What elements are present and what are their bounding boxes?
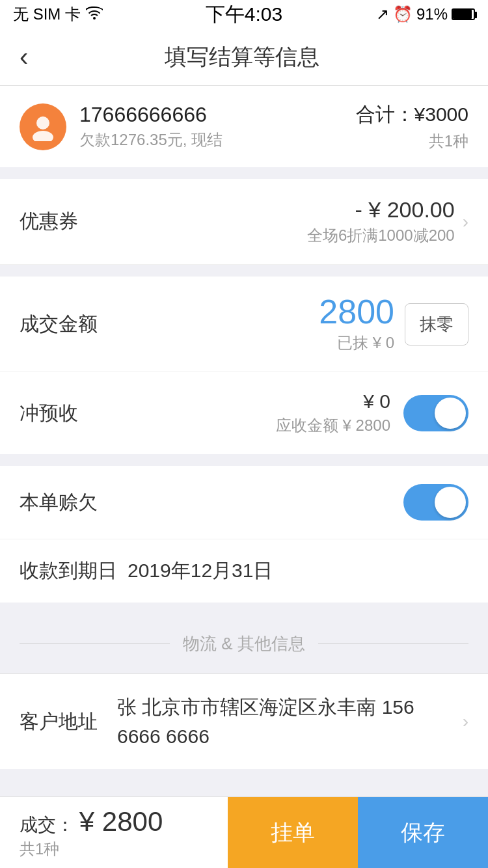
deal-label: 成交金额	[20, 311, 319, 338]
alarm-icon: ⏰	[393, 5, 413, 23]
user-phone: 17666666666	[79, 103, 356, 127]
debt-label: 本单赊欠	[20, 489, 403, 516]
due-date-label: 收款到期日	[20, 558, 117, 584]
deal-amount-row: 成交金额 2800 已抹 ¥ 0 抹零	[0, 277, 488, 372]
toggle-knob	[435, 398, 466, 429]
divider-3	[0, 454, 488, 466]
round-zero-button[interactable]: 抹零	[405, 303, 468, 346]
address-row[interactable]: 客户地址 张 北京市市辖区海淀区永丰南 156 6666 6666 ›	[0, 674, 488, 769]
debt-row: 本单赊欠	[0, 466, 488, 539]
status-bar: 无 SIM 卡 下午4:03 ↗ ⏰ 91%	[0, 0, 488, 29]
status-right: ↗ ⏰ 91%	[376, 5, 475, 23]
coupon-right: - ¥ 200.00 全场6折满1000减200	[307, 197, 455, 246]
coupon-desc: 全场6折满1000减200	[307, 225, 455, 246]
logistics-line-left	[20, 644, 170, 644]
avatar	[20, 103, 66, 150]
debt-toggle-knob	[435, 487, 466, 518]
bottom-deal-label: 成交：	[20, 815, 74, 835]
total-amount: 合计：¥3000	[356, 102, 468, 128]
battery-icon	[452, 8, 475, 20]
back-button[interactable]: ‹	[20, 42, 28, 72]
address-value: 张 北京市市辖区海淀区永丰南 156 6666 6666	[117, 692, 455, 751]
address-label: 客户地址	[20, 709, 98, 735]
due-date-row: 收款到期日 2019年12月31日	[0, 539, 488, 603]
coupon-row[interactable]: 优惠券 - ¥ 200.00 全场6折满1000减200 ›	[0, 179, 488, 265]
svg-point-1	[33, 131, 53, 141]
coupon-amount: - ¥ 200.00	[355, 197, 455, 223]
logistics-line-right	[318, 644, 468, 644]
total-count: 共1种	[356, 131, 468, 152]
hold-order-button[interactable]: 挂单	[228, 797, 358, 869]
bottom-deal-line: 成交： ¥ 2800	[20, 806, 208, 837]
bottom-summary: 成交： ¥ 2800 共1种	[0, 806, 228, 860]
svg-point-0	[36, 116, 49, 129]
divider-2	[0, 265, 488, 277]
prepay-receivable: 应收金额 ¥ 2800	[276, 415, 390, 436]
status-time: 下午4:03	[206, 1, 282, 28]
debt-toggle[interactable]	[403, 484, 468, 521]
user-total: 合计：¥3000 共1种	[356, 102, 468, 152]
deal-amount-value: 2800	[319, 295, 394, 329]
deal-deducted: 已抹 ¥ 0	[337, 332, 394, 353]
page-title: 填写结算等信息	[41, 42, 442, 72]
status-left: 无 SIM 卡	[13, 4, 103, 25]
nav-bar: ‹ 填写结算等信息	[0, 29, 488, 86]
bottom-bar: 成交： ¥ 2800 共1种 挂单 保存	[0, 796, 488, 868]
prepay-row: 冲预收 ¥ 0 应收金额 ¥ 2800	[0, 372, 488, 454]
due-date-value: 2019年12月31日	[128, 558, 273, 584]
no-sim-text: 无 SIM 卡	[13, 4, 81, 25]
prepay-label: 冲预收	[20, 400, 276, 427]
battery-text: 91%	[416, 5, 448, 23]
bottom-deal-amount: ¥ 2800	[79, 806, 163, 837]
prepay-amount: ¥ 0	[363, 390, 390, 413]
location-icon: ↗	[376, 5, 389, 23]
bottom-count: 共1种	[20, 839, 208, 860]
save-button[interactable]: 保存	[358, 797, 488, 869]
chevron-right-icon: ›	[463, 211, 468, 232]
user-card: 17666666666 欠款1276.35元, 现结 合计：¥3000 共1种	[0, 86, 488, 167]
prepay-right: ¥ 0 应收金额 ¥ 2800	[276, 390, 390, 436]
divider-4	[0, 603, 488, 614]
wifi-icon	[86, 5, 103, 23]
user-debt: 欠款1276.35元, 现结	[79, 129, 356, 150]
coupon-label: 优惠券	[20, 208, 307, 235]
user-info: 17666666666 欠款1276.35元, 现结	[79, 103, 356, 150]
logistics-title: 物流 & 其他信息	[170, 632, 318, 655]
prepay-toggle[interactable]	[403, 395, 468, 431]
divider-1	[0, 167, 488, 179]
deal-right: 2800 已抹 ¥ 0	[319, 295, 394, 353]
address-chevron-icon: ›	[463, 711, 468, 732]
logistics-header: 物流 & 其他信息	[0, 614, 488, 673]
